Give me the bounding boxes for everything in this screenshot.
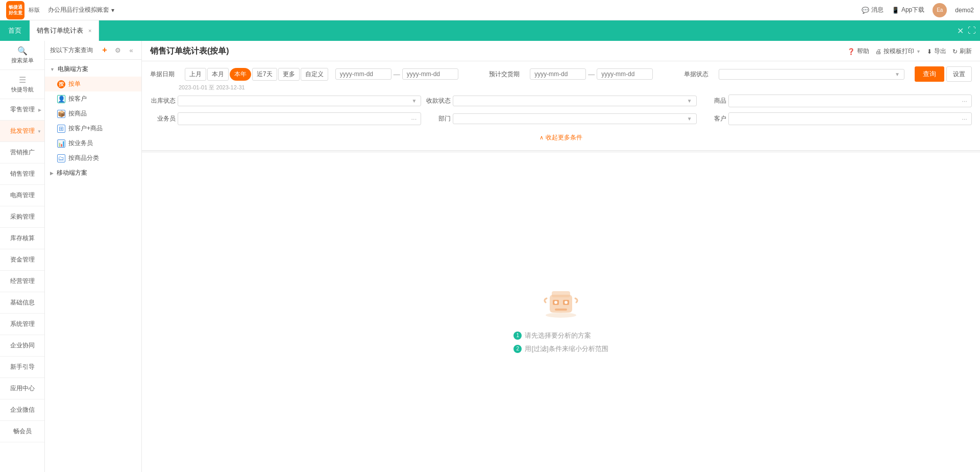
date-btn-custom[interactable]: 自定义 (301, 68, 328, 81)
export-icon: ⬇ (927, 48, 932, 55)
refresh-button[interactable]: ↻ 刷新 (952, 47, 972, 56)
pc-scheme-group-header[interactable]: ▼ 电脑端方案 (45, 62, 141, 77)
tab-bar: 首页 销售订单统计表 × ✕ ⛶ (0, 20, 980, 41)
salesperson-select[interactable]: ··· (178, 112, 421, 125)
expected-to-input[interactable] (597, 68, 653, 80)
bill-status-select[interactable]: ▼ (719, 69, 904, 80)
date-btn-more[interactable]: 更多 (278, 68, 300, 81)
collapse-panel-icon[interactable]: « (126, 45, 136, 55)
date-btn-last-7days[interactable]: 近7天 (252, 68, 277, 81)
sidebar-item-wholesale[interactable]: 批发管理 (0, 121, 44, 142)
customer-cell: 客户 ··· (701, 112, 972, 125)
help-button[interactable]: ❓ 帮助 (847, 47, 869, 56)
sidebar-item-inventory[interactable]: 库存核算 (0, 228, 44, 249)
sidebar-item-appcenter-label: 应用中心 (4, 384, 40, 393)
sidebar-item-system[interactable]: 系统管理 (0, 314, 44, 335)
page-actions: ❓ 帮助 🖨 按模板打印 ▼ ⬇ 导出 ↻ 刷新 (847, 47, 972, 56)
sidebar-item-vip[interactable]: 畅会员 (0, 421, 44, 442)
close-window-icon[interactable]: ✕ (957, 26, 964, 36)
filter-row-3: 业务员 ··· 部门 ▼ (150, 112, 972, 125)
collapse-label: 收起更多条件 (546, 133, 582, 142)
goods-select[interactable]: ··· (728, 95, 972, 107)
scheme-by-category[interactable]: 🗂 按商品分类 (45, 151, 141, 166)
department-select[interactable]: ▼ (453, 113, 696, 124)
customer-select[interactable]: ··· (728, 112, 972, 125)
sidebar-item-ecommerce[interactable]: 电商管理 (0, 185, 44, 206)
scheme-by-salesperson-icon: 📊 (57, 139, 65, 148)
scheme-by-goods[interactable]: 📦 按商品 (45, 106, 141, 121)
sidebar-item-corpwx[interactable]: 企业微信 (0, 399, 44, 421)
sidebar-item-enterprise-label: 企业协同 (4, 341, 40, 350)
sidebar-quick-nav[interactable]: ☰ 快捷导航 (0, 70, 44, 99)
payment-status-label: 收款状态 (425, 97, 451, 105)
delivery-status-select[interactable]: ▼ (178, 96, 421, 106)
sidebar-item-operations[interactable]: 经营管理 (0, 271, 44, 292)
scheme-by-customer-goods[interactable]: ⊞ 按客户+商品 (45, 121, 141, 136)
username[interactable]: demo2 (955, 7, 974, 14)
pc-scheme-label: 电脑端方案 (58, 65, 88, 74)
left-panel-icons: + ⚙ « (100, 45, 136, 55)
settings-scheme-icon[interactable]: ⚙ (113, 45, 123, 55)
mobile-scheme-group-header[interactable]: ▶ 移动端方案 (45, 166, 141, 180)
scheme-by-salesperson-label: 按业务员 (68, 139, 93, 148)
sidebar-item-wholesale-label: 批发管理 (4, 127, 40, 135)
sidebar-item-purchase[interactable]: 采购管理 (0, 206, 44, 228)
empty-num-1: 1 (513, 332, 522, 340)
sidebar-item-appcenter[interactable]: 应用中心 (0, 378, 44, 399)
scheme-by-customer-icon: 👤 (57, 95, 65, 103)
filter-row-1: 单据日期 上月 本月 本年 近7天 更多 自定义 — (150, 66, 972, 82)
tab-home[interactable]: 首页 (0, 20, 30, 41)
mobile-scheme-group: ▶ 移动端方案 (45, 166, 141, 180)
settings-button[interactable]: 设置 (946, 66, 972, 82)
avatar[interactable]: Ea (933, 3, 947, 17)
action-buttons: 查询 设置 (915, 66, 972, 82)
scheme-by-customer[interactable]: 👤 按客户 (45, 91, 141, 106)
payment-status-cell: 收款状态 ▼ (425, 96, 696, 106)
template-print-button[interactable]: 🖨 按模板打印 ▼ (875, 47, 921, 56)
goods-more-icon: ··· (962, 97, 967, 105)
maximize-icon[interactable]: ⛶ (968, 26, 976, 35)
sidebar-item-sales[interactable]: 销售管理 (0, 163, 44, 185)
sidebar-search[interactable]: 🔍 搜索菜单 (0, 41, 44, 70)
date-to-input[interactable] (402, 68, 458, 80)
scheme-by-salesperson[interactable]: 📊 按业务员 (45, 136, 141, 151)
workspace-selector[interactable]: 办公用品行业模拟账套 ▾ (44, 4, 118, 16)
sidebar-item-finance[interactable]: 资金管理 (0, 249, 44, 271)
sidebar-item-retail-label: 零售管理 (4, 105, 40, 114)
export-button[interactable]: ⬇ 导出 (927, 47, 946, 56)
search-menu-label: 搜索菜单 (4, 57, 40, 64)
department-cell: 部门 ▼ (425, 113, 696, 124)
svg-rect-7 (552, 291, 570, 297)
scheme-by-order[interactable]: 按 按单 (45, 77, 141, 91)
empty-illustration (535, 272, 586, 323)
filter-row-2: 出库状态 ▼ 收款状态 ▼ (150, 95, 972, 107)
collapse-bar[interactable]: ∧ 收起更多条件 (150, 130, 972, 145)
empty-hint-1-text: 请先选择要分析的方案 (525, 331, 591, 340)
add-scheme-icon[interactable]: + (100, 45, 110, 55)
message-button[interactable]: 💬 消息 (862, 6, 884, 14)
sidebar-item-basic[interactable]: 基础信息 (0, 292, 44, 314)
tree-mobile-expand-icon: ▶ (50, 171, 54, 176)
sidebar-item-newuser[interactable]: 新手引导 (0, 357, 44, 378)
empty-area: 1 请先选择要分析的方案 2 用[过滤]条件来缩小分析范围 (142, 153, 980, 472)
goods-cell: 商品 ··· (701, 95, 972, 107)
app-download-button[interactable]: 📱 App下载 (892, 6, 924, 14)
help-icon: ❓ (847, 48, 855, 55)
tab-sales-stats[interactable]: 销售订单统计表 × (30, 20, 99, 41)
search-button[interactable]: 查询 (915, 66, 944, 82)
expected-from-input[interactable] (530, 68, 586, 80)
left-panel-header: 按以下方案查询 + ⚙ « (45, 41, 141, 60)
date-separator: — (394, 70, 400, 78)
pc-scheme-group: ▼ 电脑端方案 按 按单 👤 按客户 📦 按商品 (45, 62, 141, 166)
date-btn-this-month[interactable]: 本月 (207, 68, 229, 81)
payment-status-select[interactable]: ▼ (453, 96, 696, 106)
sidebar-item-marketing-label: 营销推广 (4, 148, 40, 157)
sidebar-item-retail[interactable]: 零售管理 (0, 99, 44, 121)
sidebar-item-enterprise[interactable]: 企业协同 (0, 335, 44, 357)
sidebar-item-marketing[interactable]: 营销推广 (0, 142, 44, 163)
date-btn-this-year[interactable]: 本年 (230, 68, 251, 81)
tab-close-icon[interactable]: × (88, 28, 91, 34)
date-from-input[interactable] (335, 68, 391, 80)
date-btn-last-month[interactable]: 上月 (185, 68, 206, 81)
svg-point-6 (565, 301, 568, 304)
